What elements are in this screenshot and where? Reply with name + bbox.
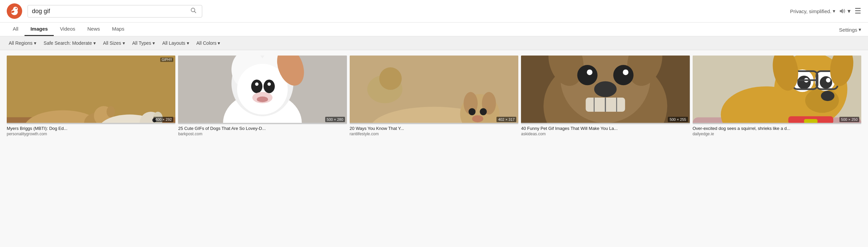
search-icon: [190, 7, 196, 13]
chevron-down-icon-layouts: ▾: [187, 40, 189, 46]
svg-point-64: [820, 91, 834, 101]
image-card[interactable]: 500 × 28025 Cute GIFs of Dogs That Are S…: [178, 56, 347, 136]
svg-point-26: [264, 80, 275, 93]
svg-point-44: [379, 67, 402, 90]
svg-rect-77: [804, 119, 817, 123]
settings-label: Settings: [839, 27, 857, 33]
svg-point-68: [819, 76, 832, 88]
svg-point-54: [594, 81, 617, 97]
card-domain: askideas.com: [521, 132, 690, 136]
svg-marker-7: [840, 9, 843, 13]
chevron-down-icon-regions: ▾: [34, 40, 36, 46]
image-wrap: 500 × 255: [521, 56, 690, 124]
card-domain: rantlifestyle.com: [350, 132, 518, 136]
svg-point-1: [13, 7, 18, 11]
filter-colors-label: All Colors: [196, 40, 217, 46]
header: Privacy, simplified. ▾ ▾ ☰: [0, 0, 868, 23]
image-grid: GIPHY400 × 292Myers Briggs (MBTI): Dog E…: [0, 50, 868, 142]
svg-point-27: [255, 82, 259, 86]
filter-types[interactable]: All Types ▾: [130, 39, 157, 47]
filter-colors[interactable]: All Colors ▾: [194, 39, 222, 47]
settings-button[interactable]: Settings ▾: [839, 23, 861, 36]
search-input[interactable]: [32, 8, 189, 15]
svg-point-63: [805, 88, 839, 113]
tab-videos[interactable]: Videos: [54, 23, 81, 36]
image-card[interactable]: 500 × 25540 Funny Pet Gif Images That Wi…: [521, 56, 690, 136]
header-right: Privacy, simplified. ▾ ▾ ☰: [790, 7, 861, 16]
card-domain: personalitygrowth.com: [7, 132, 175, 136]
image-dims: 500 × 255: [668, 117, 688, 122]
speaker-button[interactable]: ▾: [839, 7, 850, 15]
duck-icon: [9, 6, 20, 16]
chevron-down-icon-speaker: ▾: [847, 7, 850, 15]
svg-point-53: [623, 69, 628, 75]
image-card[interactable]: 500 × 250Over-excited dog sees a squirre…: [693, 56, 861, 136]
svg-point-30: [257, 97, 268, 102]
logo[interactable]: [7, 3, 22, 19]
svg-point-52: [587, 69, 593, 75]
search-button[interactable]: [189, 7, 198, 15]
svg-point-28: [268, 82, 271, 86]
image-wrap: GIPHY400 × 292: [7, 56, 175, 124]
image-dims: 402 × 317: [496, 117, 516, 122]
svg-point-42: [472, 115, 483, 122]
nav-tabs: All Images Videos News Maps Settings ▾: [0, 23, 868, 36]
svg-point-3: [16, 8, 17, 9]
search-box: [28, 5, 202, 18]
image-dims: 400 × 292: [154, 117, 173, 122]
chevron-down-icon-sizes: ▾: [123, 40, 125, 46]
svg-point-67: [797, 76, 811, 89]
card-title: Over-excited dog sees a squirrel, shriek…: [693, 126, 861, 131]
card-domain: dailyedge.ie: [693, 132, 861, 136]
tab-news[interactable]: News: [81, 23, 106, 36]
filter-layouts-label: All Layouts: [162, 40, 185, 46]
svg-point-25: [251, 80, 262, 93]
tab-maps[interactable]: Maps: [106, 23, 130, 36]
card-title: 20 Ways You Know That Y...: [350, 126, 518, 131]
svg-point-40: [480, 108, 487, 115]
speaker-icon: [839, 8, 846, 14]
svg-point-70: [826, 78, 830, 82]
filter-regions-label: All Regions: [9, 40, 33, 46]
giphy-badge: GIPHY: [160, 58, 173, 62]
filter-types-label: All Types: [132, 40, 152, 46]
image-wrap: 402 × 317: [350, 56, 518, 124]
svg-point-14: [106, 106, 115, 117]
chevron-down-icon: ▾: [833, 8, 835, 14]
image-card[interactable]: 402 × 31720 Ways You Know That Y...rantl…: [350, 56, 518, 136]
chevron-down-icon-types: ▾: [153, 40, 155, 46]
hamburger-icon: ☰: [855, 7, 861, 15]
filter-layouts[interactable]: All Layouts ▾: [160, 39, 191, 47]
privacy-button[interactable]: Privacy, simplified. ▾: [790, 8, 835, 14]
tab-images[interactable]: Images: [25, 23, 54, 36]
privacy-label: Privacy, simplified.: [790, 8, 831, 14]
image-wrap: 500 × 280: [178, 56, 347, 124]
card-title: Myers Briggs (MBTI): Dog Ed...: [7, 126, 175, 131]
svg-point-41: [469, 108, 476, 115]
filters-bar: All Regions ▾ Safe Search: Moderate ▾ Al…: [0, 36, 868, 50]
card-domain: barkpost.com: [178, 132, 347, 136]
chevron-down-icon-settings: ▾: [859, 27, 861, 33]
svg-point-51: [613, 65, 633, 85]
filter-safe-search[interactable]: Safe Search: Moderate ▾: [42, 39, 98, 47]
filter-sizes-label: All Sizes: [103, 40, 121, 46]
filter-safe-search-label: Safe Search: Moderate: [44, 40, 92, 46]
card-title: 25 Cute GIFs of Dogs That Are So Lovey-D…: [178, 126, 347, 131]
svg-point-50: [578, 65, 597, 85]
card-title: 40 Funny Pet Gif Images That Will Make Y…: [521, 126, 690, 131]
svg-line-6: [194, 11, 196, 13]
chevron-down-icon-colors: ▾: [218, 40, 220, 46]
image-dims: 500 × 250: [839, 117, 859, 122]
image-wrap: 500 × 250: [693, 56, 861, 124]
image-dims: 500 × 280: [325, 117, 345, 122]
filter-sizes[interactable]: All Sizes ▾: [101, 39, 127, 47]
tab-all[interactable]: All: [7, 23, 25, 36]
filter-regions[interactable]: All Regions ▾: [7, 39, 38, 47]
chevron-down-icon-safe: ▾: [93, 40, 96, 46]
menu-button[interactable]: ☰: [855, 7, 861, 16]
logo-circle: [7, 3, 22, 19]
image-card[interactable]: GIPHY400 × 292Myers Briggs (MBTI): Dog E…: [7, 56, 175, 136]
